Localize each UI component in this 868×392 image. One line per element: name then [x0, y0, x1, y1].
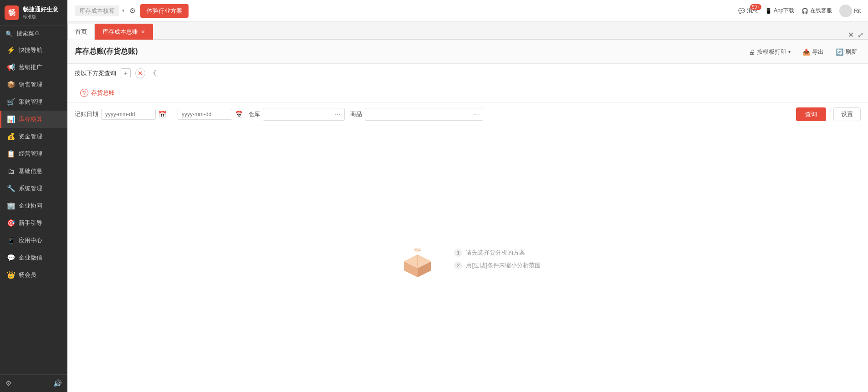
scheme-item[interactable]: 存 存货总账 [75, 86, 120, 100]
sidebar-bottom: ⚙ 🔊 [0, 374, 67, 392]
marketing-icon: 📢 [7, 63, 15, 71]
goods-field-group: 商品 ··· [350, 108, 483, 121]
filter-bar: 按以下方案查询 ＋ ✕ 《 [67, 64, 868, 83]
sidebar-item-marketing[interactable]: 📢 营销推广 [0, 59, 67, 76]
app-center-icon: 📱 [7, 236, 15, 244]
sidebar-item-inventory[interactable]: 📊 库存核算 [0, 111, 67, 128]
filter-label: 按以下方案查询 [75, 69, 116, 77]
sales-icon: 📦 [7, 81, 15, 89]
refresh-button[interactable]: 🔄 刷新 [832, 46, 861, 58]
system-icon: 🔧 [7, 184, 15, 193]
chevron-down-icon: ▾ [122, 8, 125, 14]
finance-icon: 💰 [7, 132, 15, 141]
date-dash: — [169, 111, 175, 118]
tip-text-2: 用[过滤]条件来缩小分析范围 [466, 261, 540, 270]
date-label: 记账日期 [75, 110, 98, 118]
warehouse-select[interactable]: ··· [263, 108, 345, 121]
tab-close-icon[interactable]: ✕ [141, 29, 145, 35]
tip-item-1: 1 请先选择要分析的方案 [454, 249, 540, 257]
export-button[interactable]: 📤 导出 [799, 46, 827, 58]
breadcrumb: 库存成本核算 ▾ ⚙ 体验行业方案 [75, 4, 733, 18]
sidebar-nav: ⚡ 快捷导航 📢 营销推广 📦 销售管理 🛒 采购管理 📊 库存核算 💰 资金管… [0, 41, 67, 374]
goods-label: 商品 [350, 110, 362, 118]
online-service-button[interactable]: 🎧 在线客服 [802, 7, 832, 15]
empty-illustration [395, 236, 440, 282]
tip-number-1: 1 [454, 249, 462, 257]
empty-tips: 1 请先选择要分析的方案 2 用[过滤]条件来缩小分析范围 [454, 249, 540, 270]
tab-home[interactable]: 首页 [67, 24, 95, 40]
filter-clear-button[interactable]: ✕ [135, 68, 145, 78]
sidebar-item-finance[interactable]: 💰 资金管理 [0, 128, 67, 145]
sidebar-item-wechat[interactable]: 💬 企业微信 [0, 249, 67, 266]
user-avatar[interactable]: Rit [839, 5, 861, 17]
basic-info-icon: 🗂 [7, 168, 15, 175]
calendar-from-icon[interactable]: 📅 [158, 111, 166, 118]
enterprise-icon: 🏢 [7, 202, 15, 210]
purchase-icon: 🛒 [7, 98, 15, 106]
page-panel: 库存总账(存货总账) 🖨 按模板打印 ▾ 📤 导出 🔄 刷新 按以下方案查 [67, 40, 868, 392]
panel-close-button[interactable]: ✕ [848, 31, 854, 39]
headset-icon: 🎧 [802, 8, 808, 14]
sidebar-item-system[interactable]: 🔧 系统管理 [0, 180, 67, 197]
phone-icon: 📱 [765, 8, 772, 14]
export-icon: 📤 [802, 48, 810, 56]
sidebar-item-quick-nav[interactable]: ⚡ 快捷导航 [0, 41, 67, 59]
sidebar-logo: 畅 畅捷通好生意 标准版 [0, 0, 67, 26]
goods-select[interactable]: ··· [365, 108, 483, 121]
page-actions: 🖨 按模板打印 ▾ 📤 导出 🔄 刷新 [745, 46, 861, 58]
member-icon: 👑 [7, 271, 15, 279]
main-content: 库存成本核算 ▾ ⚙ 体验行业方案 💬 消息 99+ 📱 App下载 🎧 在线客… [67, 0, 868, 392]
operations-icon: 📋 [7, 150, 15, 158]
header-gear-icon[interactable]: ⚙ [128, 5, 138, 17]
sidebar-item-app-center[interactable]: 📱 应用中心 [0, 232, 67, 249]
empty-state: 1 请先选择要分析的方案 2 用[过滤]条件来缩小分析范围 [395, 236, 540, 282]
top-header: 库存成本核算 ▾ ⚙ 体验行业方案 💬 消息 99+ 📱 App下载 🎧 在线客… [67, 0, 868, 22]
search-icon: 🔍 [5, 31, 13, 37]
sidebar-search[interactable]: 🔍 搜索菜单 [0, 26, 67, 41]
warehouse-label: 仓库 [248, 110, 260, 118]
message-icon: 💬 [738, 8, 745, 14]
sidebar-item-basic-info[interactable]: 🗂 基础信息 [0, 163, 67, 180]
scheme-icon: 存 [80, 89, 88, 97]
goods-more-icon[interactable]: ··· [473, 110, 479, 118]
tab-inventory-cost[interactable]: 库存成本总账 ✕ [95, 24, 153, 40]
calendar-to-icon[interactable]: 📅 [235, 111, 243, 118]
header-right: 💬 消息 99+ 📱 App下载 🎧 在线客服 Rit [738, 5, 861, 17]
inventory-icon: 📊 [7, 115, 15, 123]
tip-text-1: 请先选择要分析的方案 [466, 249, 525, 257]
date-to-input[interactable] [178, 109, 232, 120]
date-field-group: 记账日期 📅 — 📅 [75, 109, 243, 120]
filter-collapse-button[interactable]: 《 [150, 69, 156, 77]
content-area: 1 请先选择要分析的方案 2 用[过滤]条件来缩小分析范围 [67, 126, 868, 392]
sidebar-item-purchase[interactable]: 🛒 采购管理 [0, 93, 67, 111]
logo-text: 畅捷通好生意 标准版 [23, 5, 58, 20]
page-title: 库存总账(存货总账) [75, 47, 138, 56]
sidebar-item-sales[interactable]: 📦 销售管理 [0, 76, 67, 93]
sidebar-item-member[interactable]: 👑 畅会员 [0, 266, 67, 284]
sidebar-item-operations[interactable]: 📋 经营管理 [0, 145, 67, 163]
query-button[interactable]: 查询 [796, 107, 826, 121]
print-template-button[interactable]: 🖨 按模板打印 ▾ [745, 46, 794, 58]
settings-button[interactable]: 设置 [833, 107, 861, 121]
wechat-icon: 💬 [7, 254, 15, 262]
filter-add-button[interactable]: ＋ [121, 68, 131, 78]
avatar-image [839, 5, 852, 17]
print-icon: 🖨 [749, 48, 755, 56]
app-download-button[interactable]: 📱 App下载 [765, 7, 794, 15]
sound-bottom-button[interactable]: 🔊 [53, 379, 62, 387]
guide-icon: 🎯 [7, 219, 15, 227]
messages-button[interactable]: 💬 消息 99+ [738, 7, 758, 15]
sidebar-item-enterprise[interactable]: 🏢 企业协同 [0, 197, 67, 214]
panel-resize-button[interactable]: ⤢ [858, 31, 863, 39]
sidebar-item-guide[interactable]: 🎯 新手引导 [0, 214, 67, 232]
settings-bottom-button[interactable]: ⚙ [5, 379, 11, 387]
quick-nav-icon: ⚡ [7, 46, 15, 54]
trial-button[interactable]: 体验行业方案 [140, 4, 189, 18]
refresh-icon: 🔄 [836, 48, 843, 56]
tip-number-2: 2 [454, 261, 462, 270]
date-from-input[interactable] [101, 109, 156, 120]
warehouse-more-icon[interactable]: ··· [335, 110, 341, 118]
breadcrumb-text: 库存成本核算 [75, 5, 119, 16]
warehouse-field-group: 仓库 ··· [248, 108, 345, 121]
tip-item-2: 2 用[过滤]条件来缩小分析范围 [454, 261, 540, 270]
